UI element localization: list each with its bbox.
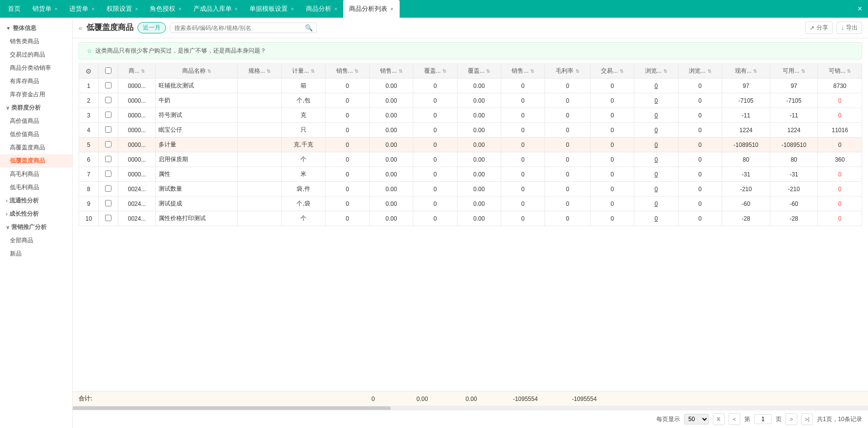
sidebar-toggle-overall[interactable]: ▼ 整体信息 bbox=[0, 22, 72, 35]
row-select-checkbox[interactable] bbox=[105, 112, 111, 118]
last-page-btn[interactable]: >| bbox=[801, 413, 813, 425]
next-page-btn[interactable]: > bbox=[786, 413, 797, 425]
sort-icon-stock1[interactable]: ⇅ bbox=[753, 68, 757, 74]
filter-recent-month-btn[interactable]: 近一月 bbox=[137, 22, 166, 33]
row-select-checkbox[interactable] bbox=[105, 171, 111, 177]
sort-icon-sales2[interactable]: ⇅ bbox=[399, 68, 403, 74]
tab-product-analysis[interactable]: 商品分析 × bbox=[300, 0, 343, 18]
row-checkbox[interactable] bbox=[99, 211, 118, 226]
row-checkbox[interactable] bbox=[99, 138, 118, 152]
row-browse1[interactable]: 0 bbox=[634, 79, 678, 93]
row-select-checkbox[interactable] bbox=[105, 215, 111, 221]
sort-icon-gross[interactable]: ⇅ bbox=[575, 68, 579, 74]
row-select-checkbox[interactable] bbox=[105, 200, 111, 206]
sidebar-item-category-sales-rate[interactable]: 商品分类动销率 bbox=[0, 61, 72, 75]
row-checkbox[interactable] bbox=[99, 182, 118, 197]
row-name[interactable]: 旺辅批次测试 bbox=[156, 79, 238, 93]
sort-icon-cov1[interactable]: ⇅ bbox=[442, 68, 446, 74]
row-select-checkbox[interactable] bbox=[105, 97, 111, 103]
sidebar-item-all-goods[interactable]: 全部商品 bbox=[0, 234, 72, 247]
close-tab-sales-order[interactable]: × bbox=[54, 6, 57, 12]
sort-icon-trade[interactable]: ⇅ bbox=[620, 68, 624, 74]
close-tab-product-analysis-list[interactable]: × bbox=[390, 6, 393, 12]
row-name[interactable]: 牛奶 bbox=[156, 93, 238, 108]
sidebar-item-new-goods[interactable]: 新品 bbox=[0, 247, 72, 260]
row-select-checkbox[interactable] bbox=[105, 82, 111, 88]
row-name[interactable]: 属性价格打印测试 bbox=[156, 211, 238, 226]
row-checkbox[interactable] bbox=[99, 79, 118, 93]
sidebar-item-low-value[interactable]: 低价值商品 bbox=[0, 128, 72, 141]
sidebar-item-high-coverage[interactable]: 高覆盖度商品 bbox=[0, 141, 72, 154]
horizontal-scrollbar[interactable] bbox=[73, 406, 868, 410]
row-name[interactable]: 测试数量 bbox=[156, 182, 238, 197]
row-select-checkbox[interactable] bbox=[105, 156, 111, 162]
tab-product-analysis-list[interactable]: 商品分析列表 × bbox=[343, 0, 399, 18]
tab-purchase[interactable]: 进货单 × bbox=[63, 0, 100, 18]
row-name[interactable]: 属性 bbox=[156, 167, 238, 182]
tab-sales-order[interactable]: 销货单 × bbox=[27, 0, 63, 18]
row-browse1[interactable]: 0 bbox=[634, 108, 678, 123]
row-name[interactable]: 符号测试 bbox=[156, 108, 238, 123]
row-checkbox[interactable] bbox=[99, 197, 118, 211]
tab-role-auth[interactable]: 角色授权 × bbox=[144, 0, 187, 18]
sort-icon-code[interactable]: ⇅ bbox=[141, 68, 145, 74]
row-name[interactable]: 启用保质期 bbox=[156, 152, 238, 167]
tab-product-warehouse[interactable]: 产成品入库单 × bbox=[188, 0, 244, 18]
sort-icon-cov2[interactable]: ⇅ bbox=[486, 68, 490, 74]
close-tab-permissions[interactable]: × bbox=[135, 6, 138, 12]
sort-icon-browse2[interactable]: ⇅ bbox=[707, 68, 711, 74]
close-tab-role-auth[interactable]: × bbox=[178, 6, 181, 12]
row-checkbox[interactable] bbox=[99, 93, 118, 108]
row-name[interactable]: 测试提成 bbox=[156, 197, 238, 211]
sort-icon-browse1[interactable]: ⇅ bbox=[663, 68, 667, 74]
sidebar-toggle-marketing[interactable]: ∨ 营销推广分析 bbox=[0, 221, 72, 234]
close-tab-product-analysis[interactable]: × bbox=[334, 6, 337, 12]
sidebar-item-sales-goods[interactable]: 销售类商品 bbox=[0, 35, 72, 48]
share-btn[interactable]: ↗ 分享 bbox=[805, 22, 833, 34]
first-page-btn[interactable]: К bbox=[713, 413, 725, 425]
sort-icon-name[interactable]: ⇅ bbox=[207, 68, 211, 74]
sidebar-item-high-value[interactable]: 高价值商品 bbox=[0, 114, 72, 128]
row-browse1[interactable]: 0 bbox=[634, 123, 678, 138]
page-number-input[interactable] bbox=[754, 414, 772, 424]
settings-icon[interactable]: ⚙ bbox=[85, 67, 92, 75]
close-tab-product-warehouse[interactable]: × bbox=[235, 6, 238, 12]
row-browse1[interactable]: 0 bbox=[634, 152, 678, 167]
sidebar-toggle-circulation[interactable]: › 流通性分析 bbox=[0, 194, 72, 207]
sidebar-item-stock-capital[interactable]: 库存资金占用 bbox=[0, 88, 72, 101]
row-select-checkbox[interactable] bbox=[105, 185, 111, 192]
tab-template-settings[interactable]: 单据模板设置 × bbox=[244, 0, 299, 18]
row-name[interactable]: 眠宝公仔 bbox=[156, 123, 238, 138]
sort-icon-sales3[interactable]: ⇅ bbox=[530, 68, 534, 74]
sidebar-item-low-coverage[interactable]: 低覆盖度商品 bbox=[0, 154, 72, 168]
sort-icon-spec[interactable]: ⇅ bbox=[267, 68, 271, 74]
row-browse1[interactable]: 0 bbox=[634, 211, 678, 226]
row-select-checkbox[interactable] bbox=[105, 141, 111, 147]
row-browse1[interactable]: 0 bbox=[634, 138, 678, 152]
close-all-tabs[interactable]: × bbox=[854, 4, 866, 13]
row-checkbox[interactable] bbox=[99, 152, 118, 167]
sidebar-toggle-cluster-analysis[interactable]: ∨ 类群度分析 bbox=[0, 101, 72, 114]
sort-icon-stock3[interactable]: ⇅ bbox=[847, 68, 851, 74]
tab-permissions[interactable]: 权限设置 × bbox=[101, 0, 144, 18]
row-browse1[interactable]: 0 bbox=[634, 167, 678, 182]
close-tab-template-settings[interactable]: × bbox=[291, 6, 294, 12]
row-select-checkbox[interactable] bbox=[105, 126, 111, 133]
sort-icon-stock2[interactable]: ⇅ bbox=[801, 68, 805, 74]
close-tab-purchase[interactable]: × bbox=[91, 6, 94, 12]
collapse-sidebar-btn[interactable]: « bbox=[79, 24, 82, 32]
page-size-select[interactable]: 50 20 100 200 bbox=[684, 414, 709, 425]
sort-icon-unit[interactable]: ⇅ bbox=[311, 68, 315, 74]
row-browse1[interactable]: 0 bbox=[634, 93, 678, 108]
col-gear[interactable]: ⚙ bbox=[79, 64, 99, 79]
search-icon[interactable]: 🔍 bbox=[305, 24, 313, 31]
row-browse1[interactable]: 0 bbox=[634, 197, 678, 211]
sidebar-item-in-stock[interactable]: 有库存商品 bbox=[0, 75, 72, 88]
row-checkbox[interactable] bbox=[99, 167, 118, 182]
sidebar-toggle-growth[interactable]: › 成长性分析 bbox=[0, 207, 72, 221]
select-all-checkbox[interactable] bbox=[105, 67, 111, 74]
row-name[interactable]: 多计量 bbox=[156, 138, 238, 152]
row-checkbox[interactable] bbox=[99, 123, 118, 138]
export-btn[interactable]: ↓ 导出 bbox=[837, 22, 862, 34]
tab-home[interactable]: 首页 bbox=[2, 0, 27, 18]
